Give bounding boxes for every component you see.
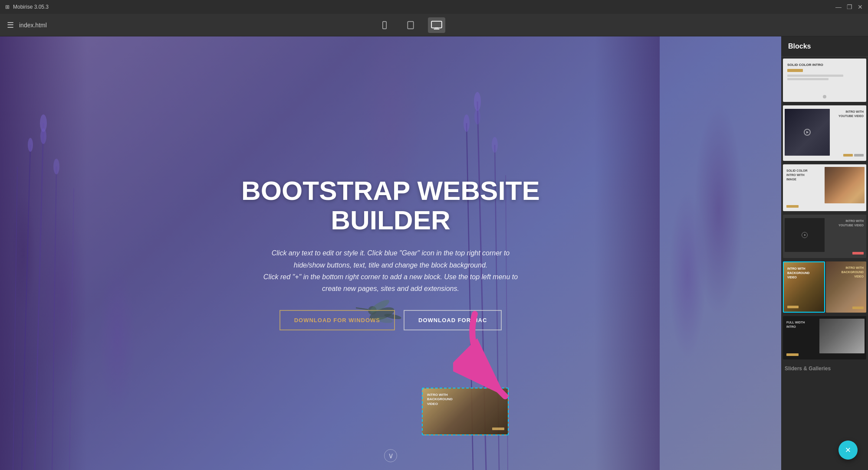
titlebar: ⊞ Mobirise 3.05.3 — ❐ ✕	[0, 0, 868, 14]
card-6-thumbnail	[819, 319, 865, 353]
card-5b-button	[852, 307, 864, 309]
card-3-label: SOLID COLORINTRO WITHIMAGE	[786, 169, 808, 181]
card-2-thumbnail	[785, 109, 830, 156]
card-4-button	[852, 252, 864, 255]
app-icon: ⊞	[5, 4, 10, 10]
drag-preview-label: INTRO WITHBACKGROUNDVIDEO	[427, 393, 453, 406]
restore-button[interactable]: ❐	[847, 3, 852, 10]
blocks-panel-header: Blocks	[781, 36, 868, 57]
card-5-label: INTRO WITHBACKGROUNDVIDEO	[787, 267, 809, 279]
card-1-dot	[823, 95, 826, 98]
card-6-label: FULL WIDTHINTRO	[786, 320, 805, 329]
card-1-title: SOLID COLOR INTRO	[787, 63, 862, 67]
card-3-button	[786, 205, 799, 208]
card-5-pair: INTRO WITHBACKGROUNDVIDEO INTRO WITHBACK…	[783, 261, 866, 313]
drag-preview-cta	[492, 428, 504, 430]
card-2-buttons	[843, 154, 864, 157]
menu-button[interactable]: ☰	[7, 20, 14, 30]
card-1-line-2	[787, 78, 829, 80]
block-card-solid-color-image[interactable]: SOLID COLORINTRO WITHIMAGE	[783, 164, 866, 211]
hero-description[interactable]: Click any text to edit or style it. Clic…	[239, 247, 542, 294]
close-button[interactable]: ✕	[858, 3, 863, 10]
svg-rect-0	[383, 21, 386, 29]
lavender-left	[0, 36, 87, 470]
scroll-down-button[interactable]: ∨	[384, 449, 397, 462]
minimize-button[interactable]: —	[835, 3, 842, 10]
card-2-label: INTRO WITHYOUTUBE VIDEO	[838, 110, 864, 118]
card-4-thumbnail	[785, 218, 825, 252]
card-1-button	[787, 69, 803, 72]
block-card-intro-youtube-1[interactable]: INTRO WITHYOUTUBE VIDEO	[783, 105, 866, 161]
card-4-label: INTRO WITHYOUTUBE VIDEO	[838, 219, 864, 228]
card-3-image	[825, 167, 865, 203]
card-6-button	[786, 353, 799, 356]
block-card-intro-bgvideo-dark[interactable]: INTRO WITHBACKGROUNDVIDEO	[826, 261, 866, 313]
card-1-line-1	[787, 75, 843, 77]
block-card-solid-color-intro[interactable]: SOLID COLOR INTRO	[783, 59, 866, 102]
card-5-button	[787, 306, 799, 308]
hero-content: BOOTSTRAP WEBSITE BUILDER Click any text…	[239, 176, 542, 330]
toolbar: ☰ index.html	[0, 14, 868, 36]
block-card-intro-youtube-2[interactable]: INTRO WITHYOUTUBE VIDEO	[783, 215, 866, 258]
fab-close-button[interactable]: ×	[838, 441, 858, 460]
block-card-full-width-intro[interactable]: FULL WIDTHINTRO	[783, 316, 866, 359]
hero-title: BOOTSTRAP WEBSITE BUILDER	[239, 176, 542, 235]
section-sliders-galleries: Sliders & Galleries	[781, 361, 868, 374]
desktop-view-button[interactable]	[428, 17, 445, 33]
download-windows-button[interactable]: DOWNLOAD FOR WINDOWS	[279, 310, 395, 330]
filename-label: index.html	[19, 22, 47, 29]
canvas-area: BOOTSTRAP WEBSITE BUILDER Click any text…	[0, 36, 781, 470]
block-card-intro-bgvideo-active[interactable]: INTRO WITHBACKGROUNDVIDEO	[783, 261, 825, 313]
app-title: Mobirise 3.05.3	[13, 4, 49, 10]
tablet-view-button[interactable]	[402, 17, 419, 33]
blocks-panel: Blocks SOLID COLOR INTRO INTRO WITHYOUTU…	[781, 36, 868, 470]
svg-rect-2	[408, 21, 413, 29]
mobile-view-button[interactable]	[376, 17, 393, 33]
card-5b-label: INTRO WITHBACKGROUNDVIDEO	[842, 266, 864, 278]
svg-rect-4	[431, 21, 442, 27]
hero-background: BOOTSTRAP WEBSITE BUILDER Click any text…	[0, 36, 781, 470]
drag-indicator-arrow	[453, 310, 540, 405]
main-area: BOOTSTRAP WEBSITE BUILDER Click any text…	[0, 36, 868, 470]
lavender-right	[595, 36, 660, 470]
